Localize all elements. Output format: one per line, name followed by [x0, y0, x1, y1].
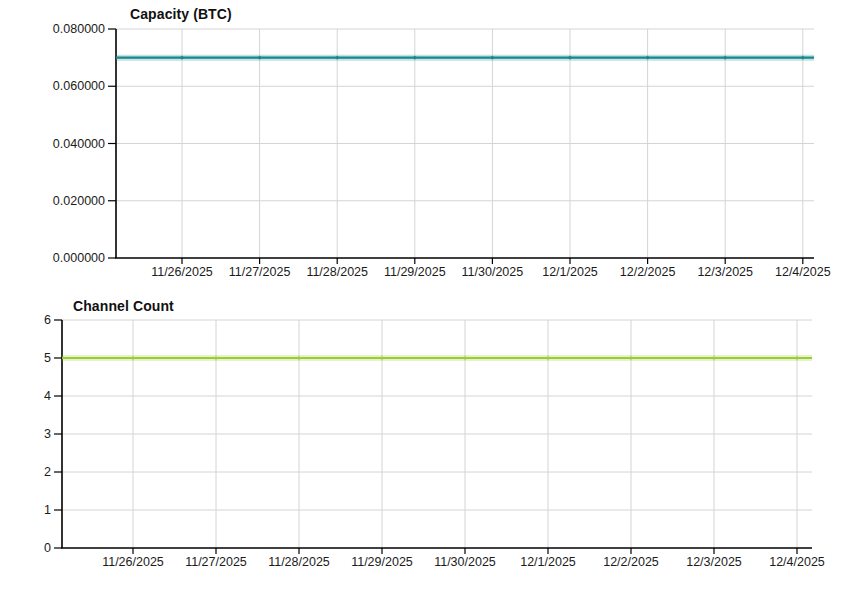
x-tick-label: 12/4/2025 [775, 265, 831, 279]
x-tick-label: 11/30/2025 [462, 265, 524, 279]
x-tick-label: 11/29/2025 [384, 265, 446, 279]
x-tick-label: 12/2/2025 [620, 265, 676, 279]
y-tick-label: 6 [44, 313, 51, 327]
x-tick-label: 11/26/2025 [151, 265, 213, 279]
y-tick-label: 0.020000 [53, 194, 105, 208]
x-tick-label: 12/2/2025 [603, 555, 659, 569]
data-point-marker [131, 356, 134, 359]
data-point-marker [258, 56, 261, 59]
x-tick-label: 11/27/2025 [185, 555, 247, 569]
x-tick-label: 11/30/2025 [434, 555, 496, 569]
y-tick-label: 0.080000 [53, 22, 105, 36]
x-tick-label: 12/1/2025 [520, 555, 576, 569]
data-point-marker [413, 56, 416, 59]
data-point-marker [795, 356, 798, 359]
x-tick-label: 12/1/2025 [542, 265, 598, 279]
data-point-marker [646, 56, 649, 59]
y-tick-label: 0 [44, 541, 51, 555]
y-tick-label: 0.000000 [53, 251, 105, 265]
x-tick-label: 11/26/2025 [102, 555, 164, 569]
y-tick-label: 3 [44, 427, 51, 441]
data-point-marker [712, 356, 715, 359]
data-point-marker [380, 356, 383, 359]
x-tick-label: 12/4/2025 [769, 555, 825, 569]
data-point-marker [297, 356, 300, 359]
channel-count-chart: 11/26/202511/27/202511/28/202511/29/2025… [44, 313, 825, 569]
y-tick-label: 1 [44, 503, 51, 517]
y-tick-label: 4 [44, 389, 51, 403]
data-point-marker [568, 56, 571, 59]
charts-canvas: 11/26/202511/27/202511/28/202511/29/2025… [0, 0, 860, 600]
y-tick-label: 2 [44, 465, 51, 479]
y-tick-label: 0.060000 [53, 79, 105, 93]
x-tick-label: 11/28/2025 [268, 555, 330, 569]
x-tick-label: 11/29/2025 [351, 555, 413, 569]
data-point-marker [491, 56, 494, 59]
data-point-marker [629, 356, 632, 359]
data-point-marker [463, 356, 466, 359]
x-tick-label: 11/27/2025 [229, 265, 291, 279]
data-point-marker [724, 56, 727, 59]
capacity-chart: 11/26/202511/27/202511/28/202511/29/2025… [53, 22, 831, 279]
x-tick-label: 12/3/2025 [686, 555, 742, 569]
charts-panel: Capacity (BTC) Channel Count 11/26/20251… [0, 0, 860, 600]
data-point-marker [546, 356, 549, 359]
y-tick-label: 0.040000 [53, 137, 105, 151]
data-point-marker [336, 56, 339, 59]
x-tick-label: 12/3/2025 [697, 265, 753, 279]
data-point-marker [180, 56, 183, 59]
y-tick-label: 5 [44, 351, 51, 365]
x-tick-label: 11/28/2025 [306, 265, 368, 279]
data-point-marker [214, 356, 217, 359]
data-point-marker [801, 56, 804, 59]
